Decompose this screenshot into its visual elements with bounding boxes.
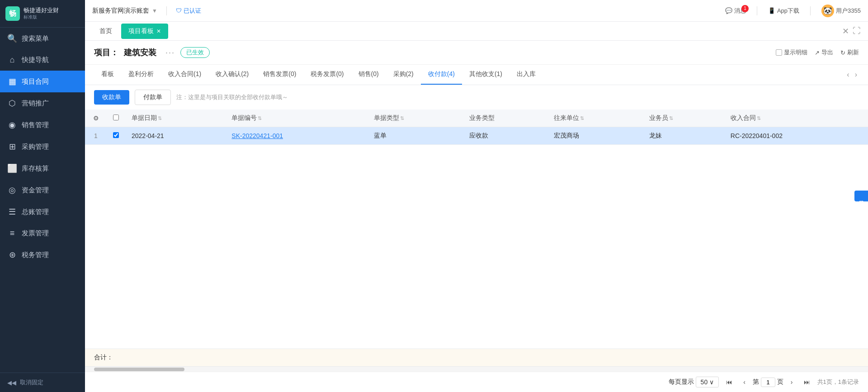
tab-expand-button[interactable]: ⛶ bbox=[853, 26, 861, 36]
table-header-row: ⚙ 单据日期⇅ 单据编号⇅ 单据类型⇅ bbox=[85, 110, 868, 127]
row-checkbox[interactable] bbox=[113, 132, 119, 138]
tab-expand-buttons: ✕ ⛶ bbox=[842, 26, 861, 36]
refresh-button[interactable]: ↻ 刷新 bbox=[840, 48, 859, 57]
sidebar-item-inventory[interactable]: ⬜ 库存核算 bbox=[0, 158, 85, 179]
dropdown-arrow-icon: ∨ bbox=[709, 378, 714, 386]
tab-project-board[interactable]: 项目看板 ✕ bbox=[121, 24, 168, 39]
partner-column-header[interactable]: 往来单位⇅ bbox=[547, 110, 643, 127]
box-icon: ⬜ bbox=[7, 163, 17, 173]
sub-nav-kanban[interactable]: 看板 bbox=[94, 65, 121, 85]
list-toolbar: 收款单 付款单 注：这里是与项目关联的全部收付款单哦～ bbox=[85, 85, 868, 110]
tab-close-all-button[interactable]: ✕ bbox=[842, 26, 849, 36]
sub-nav-income-confirm[interactable]: 收入确认(2) bbox=[208, 65, 256, 85]
sub-nav-sales[interactable]: 销售(0) bbox=[351, 65, 386, 85]
header-divider2 bbox=[757, 6, 757, 15]
sidebar-item-ledger[interactable]: ☰ 总账管理 bbox=[0, 201, 85, 223]
row-partner: 宏茂商场 bbox=[547, 127, 643, 145]
show-detail-checkbox[interactable] bbox=[776, 49, 782, 56]
receipt-tab-button[interactable]: 收款单 bbox=[94, 90, 129, 105]
user-menu[interactable]: 🐼 用户3355 bbox=[821, 5, 861, 17]
project-actions: 显示明细 ↗ 导出 ↻ 刷新 bbox=[776, 48, 859, 57]
prev-page-button[interactable]: ‹ bbox=[740, 377, 749, 387]
header-right-actions: 💬 消息 1 📱 App下载 🐼 用户3355 bbox=[725, 5, 861, 17]
project-selector[interactable]: 新服务官网演示账套 ▼ bbox=[92, 7, 157, 15]
scroll-thumb[interactable] bbox=[94, 368, 184, 371]
header-divider bbox=[166, 6, 167, 15]
phone-icon: ◉ bbox=[7, 120, 17, 130]
sidebar-item-tax[interactable]: ⊛ 税务管理 bbox=[0, 244, 85, 266]
settings-icon[interactable]: ⚙ bbox=[93, 115, 99, 122]
sidebar-unpin-button[interactable]: ◀◀ 取消固定 bbox=[0, 373, 85, 392]
type-column-header[interactable]: 单据类型⇅ bbox=[368, 110, 463, 127]
sidebar-item-marketing[interactable]: ⬡ 营销推广 bbox=[0, 92, 85, 114]
code-column-header[interactable]: 单据编号⇅ bbox=[225, 110, 368, 127]
tab-close-icon[interactable]: ✕ bbox=[156, 28, 161, 34]
phone-icon: 📱 bbox=[768, 7, 775, 14]
total-label: 合计： bbox=[94, 354, 113, 361]
sidebar-item-invoice[interactable]: ≡ 发票管理 bbox=[0, 223, 85, 244]
payment-tab-button[interactable]: 付款单 bbox=[135, 90, 171, 105]
last-page-button[interactable]: ⏭ bbox=[800, 377, 814, 387]
sub-nav-prev-arrow[interactable]: ‹ bbox=[845, 70, 851, 80]
sub-nav-profit[interactable]: 盈利分析 bbox=[121, 65, 161, 85]
sub-nav-income-contract[interactable]: 收入合同(1) bbox=[161, 65, 208, 85]
sub-nav-receipts[interactable]: 收付款(4) bbox=[421, 65, 462, 85]
sidebar-item-sales[interactable]: ◉ 销售管理 bbox=[0, 114, 85, 136]
search-icon: 🔍 bbox=[7, 33, 17, 43]
sub-nav-in-out[interactable]: 出入库 bbox=[509, 65, 543, 85]
sub-nav-other-expense[interactable]: 其他收支(1) bbox=[462, 65, 509, 85]
money-icon: ◎ bbox=[7, 185, 17, 195]
sub-nav-tax-invoice[interactable]: 税务发票(0) bbox=[303, 65, 351, 85]
main-content: 新服务官网演示账套 ▼ 🛡 已认证 💬 消息 1 📱 App下载 🐼 用户335… bbox=[85, 0, 868, 392]
salesperson-column-header[interactable]: 业务员⇅ bbox=[643, 110, 724, 127]
project-header: 项目： 建筑安装 ··· 已生效 显示明细 ↗ 导出 ↻ 刷新 bbox=[85, 41, 868, 65]
sub-nav-next-arrow[interactable]: › bbox=[853, 70, 859, 80]
table-container: ⚙ 单据日期⇅ 单据编号⇅ 单据类型⇅ bbox=[85, 110, 868, 349]
select-all-checkbox[interactable] bbox=[113, 115, 119, 120]
sidebar-nav: 🔍 搜索菜单 ⌂ 快捷导航 ▦ 项目合同 ⬡ 营销推广 ◉ 销售管理 ⊞ 采购管… bbox=[0, 28, 85, 373]
sidebar-item-project[interactable]: ▦ 项目合同 bbox=[0, 71, 85, 92]
show-detail-toggle[interactable]: 显示明细 bbox=[776, 48, 807, 57]
income-contract-column-header[interactable]: 收入合同⇅ bbox=[724, 110, 868, 127]
shield-icon: 🛡 bbox=[176, 7, 182, 14]
pagination-bar: 每页显示 50 ∨ ⏮ ‹ 第 页 › ⏭ 共1页，1条记录 bbox=[85, 372, 868, 392]
feedback-button[interactable]: 意见反馈 bbox=[854, 191, 868, 201]
sort-icon: ⇅ bbox=[669, 115, 673, 121]
sub-nav-purchase[interactable]: 采购(2) bbox=[386, 65, 421, 85]
sidebar-item-quicknav[interactable]: ⌂ 快捷导航 bbox=[0, 49, 85, 71]
row-salesperson: 龙妹 bbox=[643, 127, 724, 145]
row-date: 2022-04-21 bbox=[125, 127, 225, 145]
header-divider3 bbox=[810, 6, 811, 15]
tab-home[interactable]: 首页 bbox=[92, 24, 119, 39]
sidebar-item-search[interactable]: 🔍 搜索菜单 bbox=[0, 28, 85, 49]
sidebar-item-purchase[interactable]: ⊞ 采购管理 bbox=[0, 136, 85, 158]
export-button[interactable]: ↗ 导出 bbox=[815, 48, 833, 57]
messages-button[interactable]: 💬 消息 1 bbox=[725, 7, 746, 15]
sub-nav-arrows: ‹ › bbox=[845, 70, 859, 80]
page-size-dropdown[interactable]: 50 ∨ bbox=[696, 377, 719, 387]
invoice-icon: ≡ bbox=[7, 229, 17, 238]
project-more-button[interactable]: ··· bbox=[165, 48, 175, 57]
row-code[interactable]: SK-20220421-001 bbox=[225, 127, 368, 145]
messages-badge: 1 bbox=[741, 5, 749, 12]
sidebar-item-finance[interactable]: ◎ 资金管理 bbox=[0, 179, 85, 201]
export-icon: ↗ bbox=[815, 49, 820, 56]
cart-icon: ⊞ bbox=[7, 142, 17, 152]
page-number-input[interactable] bbox=[761, 378, 775, 387]
date-column-header[interactable]: 单据日期⇅ bbox=[125, 110, 225, 127]
checkbox-column-header bbox=[107, 110, 125, 127]
app-logo-text: 畅捷通好业财 标准版 bbox=[24, 7, 59, 21]
first-page-button[interactable]: ⏮ bbox=[722, 377, 736, 387]
sub-nav-sales-invoice[interactable]: 销售发票(0) bbox=[256, 65, 303, 85]
horizontal-scrollbar[interactable] bbox=[85, 366, 868, 372]
next-page-button[interactable]: › bbox=[787, 377, 797, 387]
settings-column-header[interactable]: ⚙ bbox=[85, 110, 107, 127]
sort-icon: ⇅ bbox=[757, 115, 761, 121]
app-download-button[interactable]: 📱 App下载 bbox=[768, 7, 799, 15]
table-row[interactable]: 1 2022-04-21 SK-20220421-001 蓝单 应收款 宏茂商场… bbox=[85, 127, 868, 145]
gift-icon: ⬡ bbox=[7, 98, 17, 108]
page-size-selector: 每页显示 50 ∨ bbox=[669, 377, 719, 387]
page-info: 第 页 bbox=[753, 378, 783, 387]
content-area: 项目： 建筑安装 ··· 已生效 显示明细 ↗ 导出 ↻ 刷新 bbox=[85, 41, 868, 392]
sort-icon: ⇅ bbox=[158, 115, 162, 121]
